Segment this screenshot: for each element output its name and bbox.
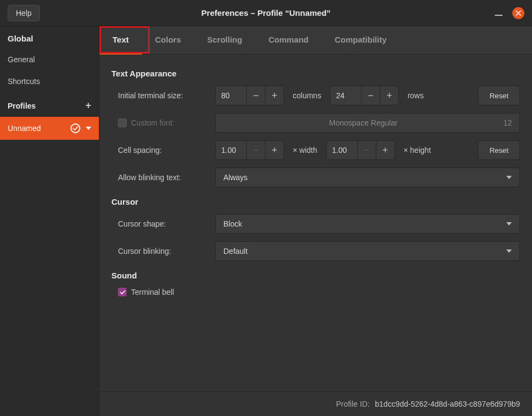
cursor-shape-label: Cursor shape: [111, 219, 210, 228]
cell-width-spinner[interactable]: 1.00 − + [215, 140, 284, 160]
font-size: 12 [503, 118, 512, 127]
minimize-button[interactable] [495, 15, 503, 16]
sidebar-profiles-header: Profiles + [0, 92, 99, 117]
row-blinking-text: Allow blinking text: Always [111, 168, 520, 187]
custom-font-checkbox[interactable] [118, 118, 127, 127]
cell-height-decrement: − [357, 141, 376, 159]
columns-spinner[interactable]: 80 − + [215, 86, 284, 105]
font-name: Monospace Regular [223, 118, 503, 127]
window-title: Preferences – Profile “Unnamed” [0, 8, 532, 17]
blinking-text-dropdown[interactable]: Always [215, 168, 520, 187]
profile-id-value: b1dcc9dd-5262-4d8d-a863-c897e6d979b9 [375, 400, 520, 408]
close-button[interactable] [512, 7, 524, 19]
default-profile-icon [70, 123, 80, 133]
cursor-shape-value: Block [223, 219, 242, 228]
chevron-down-icon [506, 249, 512, 253]
tab-text[interactable]: Text [99, 26, 142, 55]
custom-font-label: Custom font: [131, 118, 174, 127]
close-icon [516, 10, 521, 16]
tab-command[interactable]: Command [255, 26, 321, 54]
window-controls [495, 7, 524, 19]
cell-width-value[interactable]: 1.00 [216, 146, 246, 154]
cell-height-value[interactable]: 1.00 [327, 146, 357, 154]
row-cursor-blinking: Cursor blinking: Default [111, 241, 520, 261]
cursor-blinking-label: Cursor blinking: [111, 247, 210, 255]
rows-increment[interactable]: + [380, 86, 398, 105]
cell-height-increment[interactable]: + [376, 141, 394, 159]
rows-unit: rows [407, 91, 424, 100]
initial-size-label: Initial terminal size: [111, 91, 210, 100]
columns-decrement[interactable]: − [246, 86, 265, 105]
sidebar-item-shortcuts[interactable]: Shortcuts [0, 70, 99, 92]
cursor-shape-dropdown[interactable]: Block [215, 214, 520, 234]
cursor-blinking-value: Default [223, 247, 247, 255]
row-cell-spacing: Cell spacing: 1.00 − + × width 1.00 − + … [111, 140, 520, 160]
chevron-down-icon [506, 222, 512, 225]
section-sound: Sound [111, 271, 520, 280]
check-icon [120, 289, 126, 295]
tab-scrolling[interactable]: Scrolling [194, 26, 255, 54]
terminal-bell-label: Terminal bell [131, 288, 174, 296]
sidebar-profile-unnamed[interactable]: Unnamed [0, 117, 99, 140]
row-custom-font: Custom font: Monospace Regular 12 [111, 113, 520, 133]
font-chooser-button: Monospace Regular 12 [215, 113, 520, 133]
profile-menu-icon[interactable] [86, 127, 91, 130]
row-cursor-shape: Cursor shape: Block [111, 214, 520, 234]
profiles-label: Profiles [8, 102, 36, 110]
cell-width-decrement: − [246, 141, 265, 159]
rows-spinner[interactable]: 24 − + [330, 86, 399, 105]
cell-width-unit: × width [293, 146, 317, 154]
cell-height-spinner[interactable]: 1.00 − + [326, 140, 395, 160]
tab-compatibility[interactable]: Compatibility [322, 26, 400, 54]
cursor-blinking-dropdown[interactable]: Default [215, 241, 520, 261]
add-profile-button[interactable]: + [85, 100, 91, 111]
titlebar: Help Preferences – Profile “Unnamed” [0, 0, 532, 26]
blinking-text-value: Always [223, 173, 247, 182]
custom-font-label-wrap: Custom font: [111, 118, 210, 127]
columns-unit: columns [293, 91, 321, 100]
tab-colors[interactable]: Colors [142, 26, 194, 54]
cell-height-unit: × height [404, 146, 431, 154]
terminal-bell-checkbox[interactable] [118, 288, 127, 296]
row-terminal-bell: Terminal bell [111, 288, 520, 296]
profile-id-label: Profile ID: [336, 400, 369, 408]
cell-spacing-label: Cell spacing: [111, 146, 210, 154]
help-button[interactable]: Help [8, 5, 40, 21]
profile-name: Unnamed [8, 124, 65, 133]
sidebar: Global General Shortcuts Profiles + Unna… [0, 26, 99, 416]
sidebar-global-header: Global [0, 26, 99, 49]
chevron-down-icon [506, 176, 512, 179]
rows-decrement[interactable]: − [361, 86, 380, 105]
columns-increment[interactable]: + [265, 86, 283, 105]
sidebar-item-general[interactable]: General [0, 49, 99, 70]
reset-size-button[interactable]: Reset [478, 86, 520, 105]
section-cursor: Cursor [111, 197, 520, 206]
section-text-appearance: Text Appearance [111, 69, 520, 78]
reset-spacing-button[interactable]: Reset [478, 140, 520, 160]
tab-bar: Text Colors Scrolling Command Compatibil… [99, 26, 532, 55]
row-initial-size: Initial terminal size: 80 − + columns 24… [111, 86, 520, 105]
content-area: Text Colors Scrolling Command Compatibil… [99, 26, 532, 416]
rows-value[interactable]: 24 [330, 91, 361, 100]
columns-value[interactable]: 80 [216, 91, 246, 100]
blinking-text-label: Allow blinking text: [111, 173, 210, 182]
cell-width-increment[interactable]: + [265, 141, 283, 159]
text-pane: Text Appearance Initial terminal size: 8… [99, 55, 532, 391]
footer: Profile ID: b1dcc9dd-5262-4d8d-a863-c897… [99, 391, 532, 416]
